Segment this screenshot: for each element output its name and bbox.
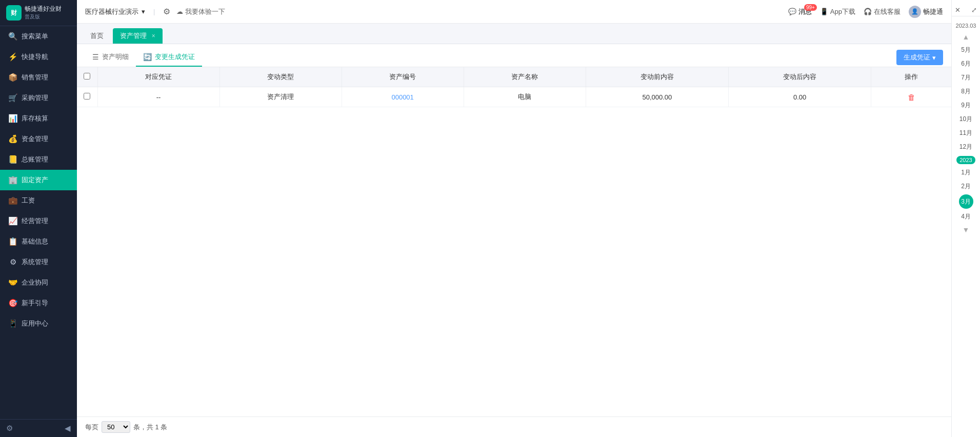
sidebar-item-sales[interactable]: 📦 销售管理 [0,67,77,88]
month-10[interactable]: 10月 [953,112,979,126]
sales-icon: 📦 [8,73,17,82]
tab-home[interactable]: 首页 [83,28,111,44]
sidebar-item-guide[interactable]: 🎯 新手引导 [0,293,77,313]
generate-dropdown-icon: ▾ [932,54,936,62]
sidebar-item-operations[interactable]: 📈 经营管理 [0,211,77,231]
app-download-icon: 📱 [820,8,828,15]
app-download-btn[interactable]: 📱 App下载 [820,7,855,16]
sidebar-nav: 🔍 搜索菜单 ⚡ 快捷导航 📦 销售管理 🛒 采购管理 📊 库存核算 💰 资金管… [0,26,77,419]
panel-down-btn[interactable]: ▼ [953,224,979,236]
company-name: 医疗器械行业演示 [85,7,138,16]
month-7[interactable]: 7月 [953,71,979,85]
topbar-settings-icon[interactable]: ⚙ [163,7,170,16]
delete-icon[interactable]: 🗑 [908,93,915,102]
sidebar-item-base-info[interactable]: 📋 基础信息 [0,231,77,252]
sidebar-operations-label: 经营管理 [22,216,48,226]
sidebar-system-label: 系统管理 [22,257,48,267]
month-12[interactable]: 12月 [953,140,979,154]
online-service-btn[interactable]: 🎧 在线客服 [864,7,901,16]
collapse-icon[interactable]: ◀ [65,424,71,433]
pagination-bar: 每页 20 50 100 条，共 1 条 [77,416,951,437]
col-after-content: 变动后内容 [729,67,871,87]
panel-close-icon[interactable]: ✕ [955,6,961,14]
tab-asset-management-label: 资产管理 [120,32,147,39]
month-11[interactable]: 11月 [953,126,979,140]
topbar-right: 💬 99+ 消息 📱 App下载 🎧 在线客服 👤 畅捷通 [788,6,943,18]
subtab-change-voucher[interactable]: 🔄 变更生成凭证 [136,49,202,67]
row-checkbox[interactable] [84,93,90,100]
sidebar-item-finance[interactable]: 💰 资金管理 [0,129,77,149]
per-page-select[interactable]: 20 50 100 [102,421,130,433]
message-icon: 💬 [788,8,796,15]
sidebar-salary-label: 工资 [22,196,35,205]
sidebar-item-app-center[interactable]: 📱 应用中心 [0,313,77,334]
sidebar: 财 畅捷通好业财 普及版 🔍 搜索菜单 ⚡ 快捷导航 📦 销售管理 🛒 采购管理… [0,0,77,437]
sidebar-item-inventory[interactable]: 📊 库存核算 [0,108,77,129]
search-icon: 🔍 [8,32,17,41]
year-2023-badge: 2023 [954,156,978,164]
main-area: 医疗器械行业演示 ▾ | ⚙ ☁ 我要体验一下 💬 99+ 消息 📱 App下载… [77,0,951,437]
subtab-bar: ☰ 资产明细 🔄 变更生成凭证 生成凭证 ▾ [77,44,951,67]
row-change-type: 资产清理 [219,87,342,107]
sidebar-item-quicknav[interactable]: ⚡ 快捷导航 [0,47,77,67]
sidebar-item-salary[interactable]: 💼 工资 [0,190,77,211]
tab-close-icon[interactable]: × [152,32,155,39]
system-icon: ⚙ [8,257,17,267]
avatar: 👤 [909,6,921,18]
asset-table: 对应凭证 变动类型 资产编号 资产名称 变动前内容 [77,67,951,107]
app-edition: 普及版 [25,13,62,21]
month-3-current[interactable]: 3月 [959,194,973,209]
month-4[interactable]: 4月 [953,210,979,224]
generate-voucher-button[interactable]: 生成凭证 ▾ [896,50,943,65]
user-menu[interactable]: 👤 畅捷通 [909,6,943,18]
sidebar-item-search[interactable]: 🔍 搜索菜单 [0,26,77,47]
subtab-asset-detail[interactable]: ☰ 资产明细 [85,49,136,67]
panel-expand-icon[interactable]: ⤢ [971,6,977,14]
feedback-label: 我要体验一下 [185,7,225,16]
right-panel: ✕ ⤢ 2023.03 ▲ 5月 6月 7月 8月 9月 10月 11月 12月… [951,0,980,437]
sidebar-item-fixed-assets[interactable]: 🏢 固定资产 [0,170,77,190]
sidebar-item-ledger[interactable]: 📒 总账管理 [0,149,77,170]
sidebar-base-info-label: 基础信息 [22,237,48,246]
salary-icon: 💼 [8,196,17,205]
month-9[interactable]: 9月 [953,98,979,112]
row-before-content: 50,000.00 [586,87,728,107]
company-selector[interactable]: 医疗器械行业演示 ▾ [85,7,145,16]
select-all-checkbox[interactable] [84,73,90,80]
operations-icon: 📈 [8,216,17,226]
total-count: 条，共 1 条 [133,423,167,432]
settings-icon[interactable]: ⚙ [6,424,13,433]
tab-asset-management[interactable]: 资产管理 × [113,28,163,44]
sidebar-item-purchase[interactable]: 🛒 采购管理 [0,88,77,108]
row-after-content: 0.00 [729,87,871,107]
month-8[interactable]: 8月 [953,85,979,98]
month-1[interactable]: 1月 [953,166,979,180]
col-voucher: 对应凭证 [97,67,219,87]
messages-btn[interactable]: 💬 99+ 消息 [788,7,812,16]
month-2[interactable]: 2月 [953,180,979,193]
row-action-cell: 🗑 [871,87,951,107]
sidebar-footer: ⚙ ◀ [0,419,77,437]
sidebar-item-enterprise[interactable]: 🤝 企业协同 [0,272,77,293]
quicknav-icon: ⚡ [8,52,17,62]
change-voucher-icon: 🔄 [143,53,152,61]
sidebar-inventory-label: 库存核算 [22,114,48,123]
enterprise-icon: 🤝 [8,278,17,287]
sidebar-search-label: 搜索菜单 [22,32,48,41]
sidebar-fixed-assets-label: 固定资产 [22,175,48,185]
row-asset-code: 000001 [342,87,464,107]
feedback-btn[interactable]: ☁ 我要体验一下 [176,7,225,16]
month-3-current-wrap: 3月 [953,194,979,209]
table-header-checkbox [77,67,97,87]
guide-icon: 🎯 [8,299,17,308]
app-download-label: App下载 [830,7,855,16]
tab-home-label: 首页 [90,32,104,39]
panel-up-btn[interactable]: ▲ [953,31,979,43]
asset-detail-icon: ☰ [92,53,99,61]
month-6[interactable]: 6月 [953,57,979,71]
sidebar-item-system[interactable]: ⚙ 系统管理 [0,252,77,272]
messages-badge: 99+ [804,4,817,11]
month-5[interactable]: 5月 [953,43,979,57]
fixed-assets-icon: 🏢 [8,175,17,185]
topbar-divider: | [153,8,155,15]
